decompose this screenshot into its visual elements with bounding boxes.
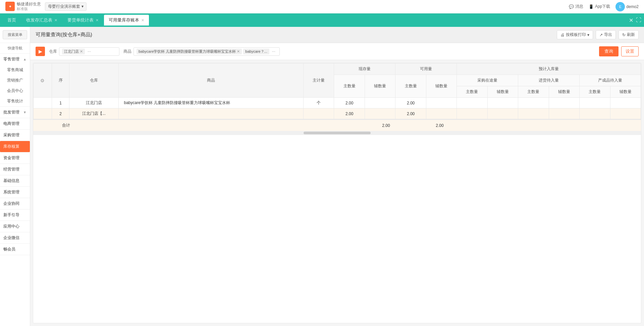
warehouse-remove-icon[interactable]: ✕ xyxy=(80,49,83,54)
print-icon: 🖨 xyxy=(560,33,565,37)
row2-pur-main xyxy=(457,108,487,119)
sidebar-group-system-label: 系统管理 xyxy=(3,189,19,195)
tab-order-stats-close[interactable]: ✕ xyxy=(96,18,99,22)
sidebar-group-newbie-header[interactable]: 新手引导 xyxy=(0,209,30,221)
sidebar-group-retail-label: 零售管理 xyxy=(3,56,19,62)
sidebar-group-newbie: 新手引导 xyxy=(0,209,30,221)
sidebar-group-system-header[interactable]: 系统管理 xyxy=(0,187,30,198)
message-action[interactable]: 💬 消息 xyxy=(569,4,583,9)
sidebar-group-ecommerce-header[interactable]: 电商管理 xyxy=(0,118,30,129)
sidebar-group-basics: 基础信息 xyxy=(0,175,30,187)
query-btn[interactable]: 查询 xyxy=(599,46,619,56)
sidebar-group-app-center: 应用中心 xyxy=(0,221,30,232)
logo-icon: ✦ xyxy=(5,2,15,11)
sidebar-group-enterprise-header[interactable]: 企业协同 xyxy=(0,198,30,209)
chevron-down-icon: ▾ xyxy=(82,4,84,9)
sidebar-group-purchase-header[interactable]: 采购管理 xyxy=(0,130,30,141)
product-remove-1-icon[interactable]: ✕ xyxy=(237,49,240,54)
sidebar-group-changhui-header[interactable]: 畅会员 xyxy=(0,244,30,255)
page-title: 可用量查询(按仓库+商品) xyxy=(36,32,92,38)
sidebar-group-inventory-header[interactable]: 库存核算 xyxy=(0,141,30,152)
sidebar-group-finance-header[interactable]: 资金管理 xyxy=(0,152,30,164)
tab-available-stock-close[interactable]: ✕ xyxy=(141,18,144,22)
warehouse-input[interactable]: 江北门店 ✕ ··· xyxy=(59,47,119,56)
sidebar-item-retail-stats[interactable]: 零售统计 xyxy=(0,96,30,106)
header-right: 💬 消息 📱 App下载 E demo2 xyxy=(569,2,639,11)
sidebar-group-changhui-label: 畅会员 xyxy=(3,246,15,252)
avatar: E xyxy=(615,2,625,11)
row1-stock-main: 2.00 xyxy=(334,98,365,108)
filter-toggle-btn[interactable]: ▶ xyxy=(36,47,45,56)
app-download-label: App下载 xyxy=(595,4,610,9)
row2-stock-main: 2.00 xyxy=(334,108,365,119)
sidebar-group-basics-header[interactable]: 基础信息 xyxy=(0,175,30,186)
chevron-down-icon: ▾ xyxy=(587,33,589,37)
page-header: 可用量查询(按仓库+商品) 🖨 按模板打印 ▾ ↗ 导出 ↻ 刷新 xyxy=(30,27,644,43)
tab-stock-summary-close[interactable]: ✕ xyxy=(54,18,57,22)
row1-available-main: 2.00 xyxy=(395,98,426,108)
sidebar-item-marketing[interactable]: 营销推广 xyxy=(0,75,30,86)
col-settings-header: ⚙ xyxy=(34,63,52,98)
message-label: 消息 xyxy=(575,4,583,9)
chevron-down-icon: ▼ xyxy=(23,110,26,114)
print-template-btn[interactable]: 🖨 按模板打印 ▾ xyxy=(557,30,593,39)
sidebar-item-retail-mall[interactable]: 零售商城 xyxy=(0,65,30,75)
col-available-main: 主数量 xyxy=(395,75,426,98)
sidebar-group-wholesale-header[interactable]: 批发管理 ▼ xyxy=(0,107,30,118)
sidebar-group-retail-header[interactable]: 零售管理 ▲ xyxy=(0,54,30,65)
table-row: 2 江北门店【... 2.00 2.00 xyxy=(34,108,641,119)
user-area[interactable]: E demo2 xyxy=(615,2,639,11)
export-btn[interactable]: ↗ 导出 xyxy=(596,30,616,39)
sidebar-group-wechat-header[interactable]: 企业微信 xyxy=(0,232,30,243)
row1-product: babycare学饮杯 儿童防摔防撞吸管杯重力球吸嘴杯宝宝水杯 xyxy=(118,98,303,108)
warehouse-more-icon[interactable]: ··· xyxy=(86,49,92,54)
settings-icon[interactable]: ⚙ xyxy=(40,78,45,83)
col-prod-main: 主数量 xyxy=(580,86,610,98)
sidebar-group-ecommerce: 电商管理 xyxy=(0,118,30,130)
row2-warehouse: 江北门店【... xyxy=(69,108,118,119)
warehouse-tag-text: 江北门店 xyxy=(64,49,79,54)
row1-prod-main xyxy=(580,98,610,108)
sidebar-group-operations-header[interactable]: 经营管理 xyxy=(0,164,30,175)
refresh-btn[interactable]: ↻ 刷新 xyxy=(619,30,639,39)
logo-text-area: 畅捷通好生意 标准版 xyxy=(17,2,41,11)
col-available-aux: 辅数量 xyxy=(426,75,457,98)
row1-goods-aux xyxy=(549,98,579,108)
sidebar-group-system: 系统管理 xyxy=(0,187,30,198)
sidebar-quick-nav[interactable]: 快捷导航 xyxy=(0,43,30,54)
row1-pur-main xyxy=(457,98,487,108)
search-menu-btn[interactable]: 搜索菜单 xyxy=(3,30,27,39)
product-more-icon[interactable]: ··· xyxy=(271,49,277,54)
row2-stock-aux xyxy=(365,108,395,119)
sidebar-item-member-center[interactable]: 会员中心 xyxy=(0,86,30,96)
sidebar-group-changhui: 畅会员 xyxy=(0,244,30,255)
header-left: ✦ 畅捷通好生意 标准版 母婴行业演示账套 ▾ xyxy=(5,2,87,11)
maximize-icon[interactable]: ⛶ xyxy=(636,17,641,23)
warehouse-tag: 江北门店 ✕ xyxy=(62,49,85,54)
tab-order-stats[interactable]: 要货单统计表 ✕ xyxy=(63,15,103,26)
chevron-up-icon: ▲ xyxy=(23,57,26,61)
tab-available-stock[interactable]: 可用量库存账本 ✕ xyxy=(104,15,149,26)
message-icon: 💬 xyxy=(569,4,574,9)
table-container[interactable]: ⚙ 序 仓库 商品 主计量 现存量 可用量 预计入库量 主数量 辅数量 主数量 xyxy=(33,63,641,323)
app-download-action[interactable]: 📱 App下载 xyxy=(589,4,610,9)
sidebar-group-finance-label: 资金管理 xyxy=(3,155,19,161)
col-warehouse-header: 仓库 xyxy=(69,63,118,98)
sidebar-group-app-center-header[interactable]: 应用中心 xyxy=(0,221,30,232)
col-planned-header: 预计入库量 xyxy=(457,63,641,75)
col-available-header: 可用量 xyxy=(395,63,457,75)
row2-available-aux xyxy=(426,108,457,119)
industry-selector[interactable]: 母婴行业演示账套 ▾ xyxy=(45,2,87,11)
product-tag-2-text: babycare？... xyxy=(245,49,267,54)
product-tag-2: babycare？... xyxy=(243,49,269,54)
settings-btn[interactable]: 设置 xyxy=(621,46,639,56)
tab-home[interactable]: 首页 xyxy=(3,15,21,26)
sidebar-group-newbie-label: 新手引导 xyxy=(3,212,19,218)
tab-stock-summary[interactable]: 收发存汇总表 ✕ xyxy=(21,15,62,26)
col-prod-aux: 辅数量 xyxy=(610,86,641,98)
table-row: 1 江北门店 babycare学饮杯 儿童防摔防撞吸管杯重力球吸嘴杯宝宝水杯 个… xyxy=(34,98,641,108)
page-actions: 🖨 按模板打印 ▾ ↗ 导出 ↻ 刷新 xyxy=(557,30,639,39)
close-all-icon[interactable]: ✕ xyxy=(629,17,633,24)
product-input[interactable]: babycare学饮杯 儿童防摔防撞吸管杯重力球吸嘴杯宝宝水杯 ✕ babyca… xyxy=(133,47,280,56)
row1-stock-aux xyxy=(365,98,395,108)
